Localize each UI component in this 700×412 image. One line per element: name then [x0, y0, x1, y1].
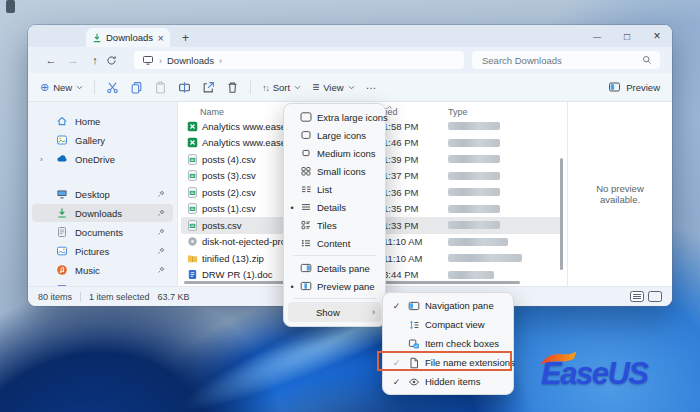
menu-item-details[interactable]: Details [287, 198, 382, 216]
tab-downloads[interactable]: Downloads [86, 28, 170, 47]
close-button[interactable] [642, 25, 672, 47]
back-button[interactable] [40, 54, 62, 66]
minimize-button[interactable] [582, 25, 612, 47]
menu-item-details-pane[interactable]: Details pane [287, 259, 382, 277]
breadcrumb-downloads[interactable]: Downloads [167, 55, 214, 66]
menu-item-tiles[interactable]: Tiles [287, 216, 382, 234]
pin-icon [157, 266, 165, 274]
sort-ascending-icon [386, 105, 393, 110]
column-header-type[interactable]: Type [448, 107, 468, 117]
preview-message: No preview available. [576, 183, 664, 205]
menu-item-label: Details [317, 202, 346, 213]
file-name: tinified (13).zip [202, 253, 264, 264]
sidebar-item-desktop[interactable]: Desktop [32, 185, 173, 203]
menu-item-preview-pane[interactable]: Preview pane [287, 277, 382, 295]
expand-chevron-icon[interactable] [40, 155, 43, 164]
submenu-item-label: Item check boxes [425, 338, 499, 349]
compact-view-icon [408, 319, 420, 331]
delete-button[interactable] [226, 81, 239, 94]
submenu-item-navigation-pane[interactable]: Navigation pane [386, 296, 510, 315]
details-view-toggle[interactable] [630, 291, 644, 302]
this-pc-monitor-icon [142, 54, 154, 66]
command-toolbar: New Sort [28, 73, 672, 102]
tab-close-icon[interactable] [158, 32, 164, 44]
new-tab-button[interactable] [182, 28, 189, 47]
doc-file-icon [187, 269, 198, 280]
address-bar[interactable]: Downloads [134, 51, 464, 69]
medium-icons-icon [300, 147, 312, 159]
more-options-button[interactable] [366, 78, 377, 96]
cut-button[interactable] [106, 81, 119, 94]
disk-file-icon [187, 236, 198, 247]
file-modified: 11:10 AM [383, 253, 422, 264]
gallery-icon [56, 134, 68, 146]
preview-toggle-button[interactable]: Preview [608, 81, 660, 93]
desktop-shortcut-icon[interactable] [6, 0, 15, 13]
sidebar-item-music[interactable]: Music [32, 261, 173, 279]
menu-separator [293, 298, 376, 299]
submenu-item-compact-view[interactable]: Compact view [386, 315, 510, 334]
selection-count: 1 item selected [89, 292, 150, 302]
menu-item-label: List [317, 184, 332, 195]
tab-title: Downloads [106, 32, 154, 43]
csv-file-icon [187, 170, 198, 181]
desktop-monitor-icon [56, 188, 68, 200]
sidebar-item-label: OneDrive [75, 154, 115, 165]
excel-file-icon [187, 137, 198, 148]
sidebar-item-onedrive[interactable]: OneDrive [32, 150, 173, 168]
redacted-type-value [448, 205, 500, 213]
item-check-boxes-icon [408, 338, 420, 350]
new-label: New [53, 82, 72, 93]
menu-item-show[interactable]: Show [288, 302, 381, 322]
menu-item-large-icons[interactable]: Large icons [287, 126, 382, 144]
sort-button[interactable]: Sort [262, 82, 301, 93]
sidebar-item-gallery[interactable]: Gallery [32, 131, 173, 149]
menu-item-list[interactable]: List [287, 180, 382, 198]
large-icons-icon [300, 129, 312, 141]
forward-button[interactable] [62, 54, 84, 66]
menu-item-extra-large-icons[interactable]: Extra large icons [287, 108, 382, 126]
rename-button[interactable] [178, 81, 191, 94]
breadcrumb-separator-icon [219, 55, 222, 66]
file-modified: 1:46 PM [383, 137, 418, 148]
share-button[interactable] [202, 81, 215, 94]
pin-icon [157, 209, 165, 217]
menu-item-medium-icons[interactable]: Medium icons [287, 144, 382, 162]
paste-button[interactable] [154, 81, 167, 94]
up-button[interactable] [84, 54, 106, 66]
refresh-button[interactable] [106, 55, 128, 66]
submenu-item-label: Navigation pane [425, 300, 494, 311]
window-controls [582, 25, 672, 47]
sidebar-item-home[interactable]: Home [32, 112, 173, 130]
file-name: posts (2).csv [202, 187, 256, 198]
sidebar-item-documents[interactable]: Documents [32, 223, 173, 241]
file-name: DRW PR (1).doc [202, 269, 273, 280]
maximize-button[interactable] [612, 25, 642, 47]
menu-item-content[interactable]: Content [287, 234, 382, 252]
large-thumbnails-view-toggle[interactable] [648, 291, 662, 302]
selection-size: 63.7 KB [158, 292, 190, 302]
redacted-type-value [448, 271, 494, 279]
copy-button[interactable] [130, 81, 143, 94]
view-lines-icon [312, 80, 319, 94]
navigation-pane: Home Gallery OneDrive Desktop [28, 102, 178, 286]
file-name: posts (1).csv [202, 203, 256, 214]
items-count: 80 items [38, 292, 72, 302]
search-input[interactable] [480, 54, 642, 67]
column-header-name[interactable]: Name [200, 107, 224, 117]
chevron-down-icon [348, 85, 355, 90]
submenu-item-label: Compact view [425, 319, 485, 330]
vertical-scrollbar[interactable] [560, 158, 563, 270]
redacted-type-value [448, 155, 500, 163]
menu-item-label: Details pane [317, 263, 370, 274]
submenu-item-hidden-items[interactable]: Hidden items [386, 372, 510, 391]
menu-item-small-icons[interactable]: Small icons [287, 162, 382, 180]
new-button[interactable]: New [40, 81, 83, 94]
sidebar-item-label: Documents [75, 227, 123, 238]
sidebar-item-label: Desktop [75, 189, 110, 200]
csv-file-icon [187, 187, 198, 198]
sidebar-item-downloads[interactable]: Downloads [32, 204, 173, 222]
sidebar-item-pictures[interactable]: Pictures [32, 242, 173, 260]
search-box[interactable] [472, 51, 660, 69]
view-button[interactable]: View [312, 80, 354, 94]
